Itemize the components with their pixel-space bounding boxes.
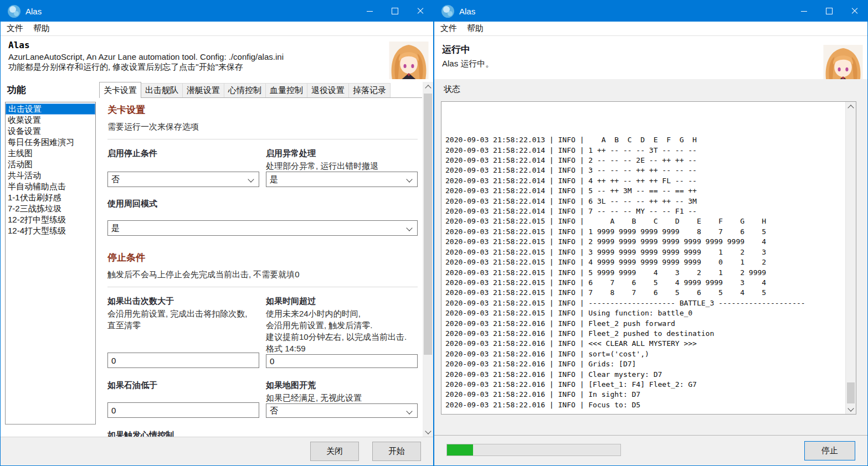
minimize-icon: [367, 11, 373, 12]
app-note: 功能都是分别保存和运行的, 修改设置后别忘了点击"开始"来保存: [8, 62, 433, 73]
menu-item-file[interactable]: 文件: [435, 23, 462, 34]
tab-bar: 关卡设置出击舰队潜艇设置心情控制血量控制退役设置掉落记录: [99, 79, 422, 98]
dropdown-use-loop-mode[interactable]: 是: [107, 220, 418, 236]
scroll-up-arrow[interactable]: [423, 82, 433, 91]
maximize-button[interactable]: [382, 1, 408, 22]
minimize-icon: [801, 11, 807, 12]
log-line: 2020-09-03 21:58:22.015 | INFO | 3 9999 …: [445, 247, 842, 257]
field-desc: 如果已经满足, 无视此设置: [266, 392, 418, 403]
menubar: 文件 帮助: [434, 22, 867, 36]
close-window-button[interactable]: 关闭: [310, 442, 359, 461]
settings-body: 功能 出击设置收菜设置设备设置每日任务困难演习主线图活动图共斗活动半自动辅助点击…: [1, 79, 433, 437]
log-scrollbar[interactable]: [845, 102, 856, 414]
scroll-down-arrow[interactable]: [846, 405, 856, 414]
log-line: 2020-09-03 21:58:22.014 | INFO | 2 -- --…: [445, 156, 842, 165]
window-title: Alas: [25, 7, 42, 16]
settings-scrollbar[interactable]: [423, 82, 433, 437]
input-if-sortie-count-greater[interactable]: [107, 353, 259, 368]
divider: [107, 139, 418, 139]
chevron-up-icon: [425, 85, 431, 91]
log-line: 2020-09-03 21:58:22.015 | INFO | -------…: [445, 298, 842, 308]
run-status-subtitle: Alas 运行中。: [442, 59, 867, 69]
menu-item-file[interactable]: 文件: [2, 23, 28, 34]
window-controls: [791, 1, 867, 22]
dropdown-value: 否: [270, 406, 278, 416]
chevron-down-icon: [406, 225, 412, 231]
dropdown-enable-stop-condition[interactable]: 否: [107, 172, 259, 187]
app-logo-icon: [441, 5, 454, 18]
minimize-button[interactable]: [791, 1, 816, 22]
minimize-button[interactable]: [357, 1, 382, 22]
sidebar-item[interactable]: 半自动辅助点击: [6, 181, 95, 192]
progress-bar: [446, 444, 621, 456]
close-icon: [851, 8, 858, 14]
log-window: Alas 文件 帮助 运行中 Alas 运行中。: [434, 0, 868, 466]
field-label: 使用周回模式: [107, 199, 418, 209]
log-line: 2020-09-03 21:58:22.016 | INFO | In sigh…: [445, 390, 842, 400]
maximize-icon: [392, 8, 398, 14]
app-logo-icon: [8, 5, 20, 18]
tab[interactable]: 关卡设置: [99, 82, 141, 98]
settings-window: Alas 文件 帮助 Alas AzurLaneAutoScript, An A…: [0, 0, 434, 466]
divider: [107, 287, 418, 287]
sidebar-item[interactable]: 12-2打中型练级: [6, 214, 95, 225]
scroll-down-arrow[interactable]: [423, 427, 433, 437]
log-output: 2020-09-03 21:58:22.013 | INFO | A B C D…: [445, 105, 842, 412]
log-line: 2020-09-03 21:58:22.015 | INFO | 2 9999 …: [445, 237, 842, 247]
field-label: 启用异常处理: [266, 148, 418, 159]
log-line: 2020-09-03 21:58:22.014 | INFO | 1 ++ --…: [445, 146, 842, 156]
dropdown-value: 是: [111, 223, 120, 234]
dropdown-value: 是: [270, 174, 278, 185]
scroll-up-arrow[interactable]: [846, 102, 856, 111]
sidebar-item[interactable]: 每日任务困难演习: [6, 137, 95, 148]
chevron-down-icon: [406, 176, 412, 182]
titlebar: Alas: [434, 1, 867, 22]
menu-item-help[interactable]: 帮助: [28, 23, 55, 34]
dropdown-if-map-exploration[interactable]: 否: [266, 403, 418, 418]
log-line: 2020-09-03 21:58:22.015 | INFO | A B C D…: [445, 216, 842, 226]
sidebar-item[interactable]: 活动图: [6, 159, 95, 170]
sidebar-item[interactable]: 设备设置: [6, 126, 95, 137]
maximize-button[interactable]: [816, 1, 842, 22]
scroll-thumb[interactable]: [847, 382, 855, 403]
titlebar: Alas: [1, 1, 433, 22]
close-button[interactable]: [842, 1, 867, 22]
log-line: 2020-09-03 21:58:22.016 | INFO | Grids: …: [445, 359, 842, 369]
sidebar-item[interactable]: 7-2三战拣垃圾: [6, 203, 95, 214]
status-label: 状态: [444, 84, 867, 95]
section-subtitle: 触发后不会马上停止会先完成当前出击, 不需要就填0: [107, 270, 419, 280]
menu-item-help[interactable]: 帮助: [462, 23, 489, 34]
sidebar-item[interactable]: 出击设置: [6, 103, 95, 115]
start-button[interactable]: 开始: [372, 442, 421, 461]
app-description: AzurLaneAutoScript, An Azur Lane automat…: [8, 52, 433, 61]
field-desc: 处理部分异常, 运行出错时撤退: [266, 160, 418, 172]
settings-pane: 关卡设置 需要运行一次来保存选项 启用停止条件 否 启用异常处理: [99, 96, 422, 437]
log-line: 2020-09-03 21:58:22.016 | INFO | [Fleet_…: [445, 380, 842, 390]
log-line: 2020-09-03 21:58:22.013 | INFO | A B C D…: [445, 135, 842, 145]
close-button[interactable]: [408, 1, 433, 22]
section-heading-stop: 停止条件: [107, 251, 419, 264]
log-line: 2020-09-03 21:58:22.016 | INFO | Fleet_2…: [445, 329, 842, 339]
avatar: [823, 45, 863, 84]
settings-main: 关卡设置出击舰队潜艇设置心情控制血量控制退役设置掉落记录 关卡设置 需要运行一次…: [99, 79, 422, 437]
input-if-time-exceeds[interactable]: [266, 354, 418, 368]
chevron-down-icon: [425, 428, 431, 434]
field-label: 如果地图开荒: [266, 380, 418, 391]
window-controls: [357, 1, 433, 22]
field-label: 如果触发心情控制: [107, 430, 418, 437]
log-line: 2020-09-03 21:58:22.016 | INFO | Map swi…: [445, 410, 842, 412]
sidebar-item[interactable]: 收菜设置: [6, 115, 95, 126]
sidebar-item[interactable]: 共斗活动: [6, 170, 95, 181]
log-body: 状态 2020-09-03 21:58:22.013 | INFO | A B …: [434, 79, 867, 436]
dropdown-enable-exception-handling[interactable]: 是: [266, 172, 418, 187]
sidebar-item[interactable]: 1-1伏击刷好感: [6, 192, 95, 203]
log-box[interactable]: 2020-09-03 21:58:22.013 | INFO | A B C D…: [441, 101, 856, 415]
scroll-thumb[interactable]: [424, 94, 432, 355]
input-if-oil-below[interactable]: [107, 402, 259, 418]
field-desc: 使用未来24小时内的时间, 会沿用先前设置, 触发后清零. 建议提前10分钟左右…: [266, 308, 418, 354]
stop-button[interactable]: 停止: [804, 441, 855, 460]
window-title: Alas: [459, 7, 475, 16]
sidebar-item[interactable]: 12-4打大型练级: [6, 225, 95, 236]
sidebar-item[interactable]: 主线图: [6, 148, 95, 159]
log-line: 2020-09-03 21:58:22.014 | INFO | 4 ++ ++…: [445, 176, 842, 186]
